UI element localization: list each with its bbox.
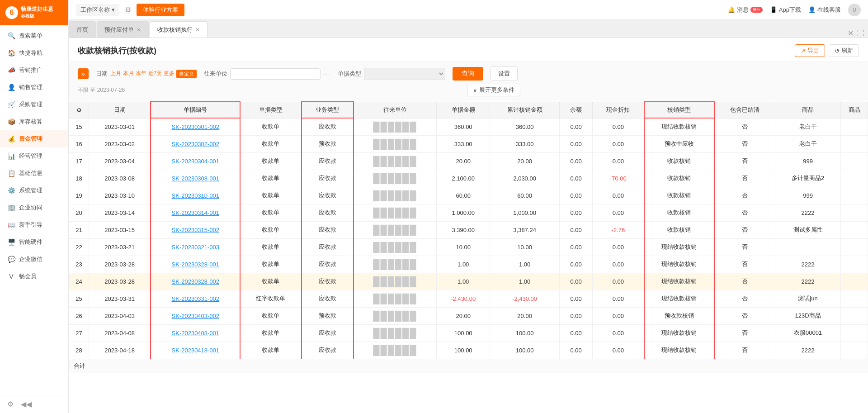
cell-partner: ██████ [354,307,437,324]
sidebar-item-basic[interactable]: 📋 基础信息 [0,165,68,182]
expand-more-conditions-button[interactable]: ∨ 展开更多条件 [467,84,520,96]
sidebar-item-enterprise[interactable]: 🏢 企业协同 [0,199,68,216]
sidebar-item-quicknav[interactable]: 🏠 快捷导航 [0,44,68,62]
partner-dots: ··· [323,69,330,79]
col-settings[interactable]: ⚙ [69,102,89,118]
date-more[interactable]: 更多 [164,70,175,78]
bill-no-link[interactable]: SK-20230301-002 [172,123,220,130]
cell-include-settled: 否 [714,187,775,204]
filter-second-row: 不限 至 2023-07-26 ∨ 展开更多条件 [78,84,859,96]
bill-no-link[interactable]: SK-20230403-002 [172,313,220,319]
cell-product2 [841,152,868,170]
app-download-button[interactable]: 📱 App下载 [770,6,801,14]
date-last-month[interactable]: 上月 [110,70,121,78]
cell-product2 [841,238,868,256]
bill-no-link[interactable]: SK-20230315-002 [172,227,220,233]
sidebar-item-system[interactable]: ⚙️ 系统管理 [0,182,68,199]
sidebar-item-search[interactable]: 🔍 搜索菜单 [0,27,68,44]
message-button[interactable]: 🔔 消息 99+ [728,6,763,14]
query-button[interactable]: 查询 [453,67,483,81]
avatar[interactable]: U [848,4,861,16]
sidebar-item-operation[interactable]: 📊 经营管理 [0,147,68,165]
sidebar-item-sales[interactable]: 👤 销售管理 [0,79,68,96]
date-filter-group: 日期 上月 本月 本年 近7天 更多 自定义 [96,70,197,78]
gear-icon[interactable]: ⚙ [125,5,131,14]
cell-include-settled: 否 [714,238,775,256]
tab-home[interactable]: 首页 [69,21,96,38]
sidebar-logo: 6 畅康道好生意 标推版 [0,0,68,25]
sidebar-menu: 🔍 搜索菜单 🏠 快捷导航 📣 营销推广 👤 销售管理 🛒 采购管理 📦 库存核… [0,25,68,395]
date-filter-label: 日期 [96,70,108,78]
refresh-button[interactable]: ↺ 刷新 [829,44,859,57]
sidebar-item-hardware[interactable]: 🖥️ 智能硬件 [0,233,68,251]
sidebar-item-wechat[interactable]: 💬 企业微信 [0,251,68,268]
partner-filter-label: 往来单位 [204,70,227,78]
cell-amount: 60.00 [437,187,490,204]
cell-core-type: 收款核销 [644,221,714,238]
partner-filter-input[interactable] [230,68,321,80]
cell-partner: ██████ [354,290,437,307]
page-header: 收款核销执行(按收款) ↗ 导出 ↺ 刷新 [69,38,868,62]
table-row: 15 2023-03-01 SK-20230301-002 收款单 应收款 ██… [69,118,868,135]
bill-no-link[interactable]: SK-20230302-002 [172,141,220,147]
tab-collection[interactable]: 收款核销执行 ✕ [150,21,208,38]
column-settings-icon[interactable]: ⚙ [76,107,82,114]
cell-bill-type: 收款单 [240,273,301,290]
bill-no-link[interactable]: SK-20230321-003 [172,244,220,251]
bill-no-link[interactable]: SK-20230308-001 [172,175,220,182]
bill-no-link[interactable]: SK-20230418-001 [172,347,220,354]
tab-prepay[interactable]: 预付应付单 ✕ [97,21,149,38]
settings-gear-icon[interactable]: ⚙ [7,400,14,408]
date-custom-button[interactable]: 自定义 [176,70,197,78]
sidebar-item-member[interactable]: V 畅会员 [0,268,68,285]
cell-core-type: 收款核销 [644,152,714,170]
bill-no-link[interactable]: SK-20230314-001 [172,209,220,216]
date-this-month[interactable]: 本月 [123,70,134,78]
receipt-type-filter-group: 单据类型 [338,68,445,80]
filter-expand-button[interactable]: » [78,68,89,79]
bill-no-link[interactable]: SK-20230328-002 [172,278,220,285]
cell-date: 2023-03-28 [89,256,151,273]
cell-date: 2023-03-10 [89,187,151,204]
tab-close-all-icon[interactable]: ✕ [848,29,854,38]
tab-collection-close[interactable]: ✕ [195,27,200,33]
workspace-selector[interactable]: 工作区名称 ▾ [76,4,119,16]
date-this-year[interactable]: 本年 [136,70,146,78]
col-biz-type: 业务类型 [302,102,354,118]
bill-no-link[interactable]: SK-20230328-001 [172,261,220,268]
sidebar-item-inventory[interactable]: 📦 库存核算 [0,113,68,130]
date-7days[interactable]: 近7天 [148,70,162,78]
bill-no-link[interactable]: SK-20230331-002 [172,295,220,302]
sidebar-item-marketing[interactable]: 📣 营销推广 [0,62,68,79]
collapse-icon[interactable]: ◀◀ [21,400,32,408]
table-row: 16 2023-03-02 SK-20230302-002 收款单 预收款 ██… [69,135,868,152]
tab-prepay-close[interactable]: ✕ [137,27,141,33]
table-row: 23 2023-03-28 SK-20230328-001 收款单 应收款 ██… [69,256,868,273]
bill-no-link[interactable]: SK-20230304-001 [172,158,220,165]
cell-balance: 0.00 [560,256,593,273]
online-service-button[interactable]: 👤 在线客服 [808,6,841,14]
sidebar-item-purchase[interactable]: 🛒 采购管理 [0,96,68,113]
cell-acc-amount: 2,030.00 [490,170,560,187]
cell-biz-type: 应收款 [302,342,354,359]
receipt-type-select[interactable] [364,68,445,80]
export-button[interactable]: ↗ 导出 [795,44,825,57]
tab-expand-icon[interactable]: ⛶ [857,29,864,38]
col-core-type: 核销类型 [644,102,714,118]
tab-home-label: 首页 [76,26,88,34]
table-row: 25 2023-03-31 SK-20230331-002 红字收款单 应收款 … [69,290,868,307]
cell-core-type: 收款核销 [644,170,714,187]
sidebar-item-finance[interactable]: 💰 资金管理 [0,130,68,147]
bill-no-link[interactable]: SK-20230408-001 [172,330,220,337]
industry-solution-button[interactable]: 体验行业方案 [137,4,184,16]
cell-include-settled: 否 [714,273,775,290]
cell-cash-discount: 0.00 [593,204,644,221]
main-area: 工作区名称 ▾ ⚙ 体验行业方案 🔔 消息 99+ 📱 App下载 👤 在线客服… [69,0,868,413]
search-icon: 🔍 [7,32,15,39]
settings-button[interactable]: 设置 [491,66,518,81]
table-footer-row: 合计 [69,359,868,373]
bill-no-link[interactable]: SK-20230310-001 [172,192,220,199]
col-bill-type: 单据类型 [240,102,301,118]
sidebar-item-guide[interactable]: 📖 新手引导 [0,216,68,233]
cell-balance: 0.00 [560,238,593,256]
